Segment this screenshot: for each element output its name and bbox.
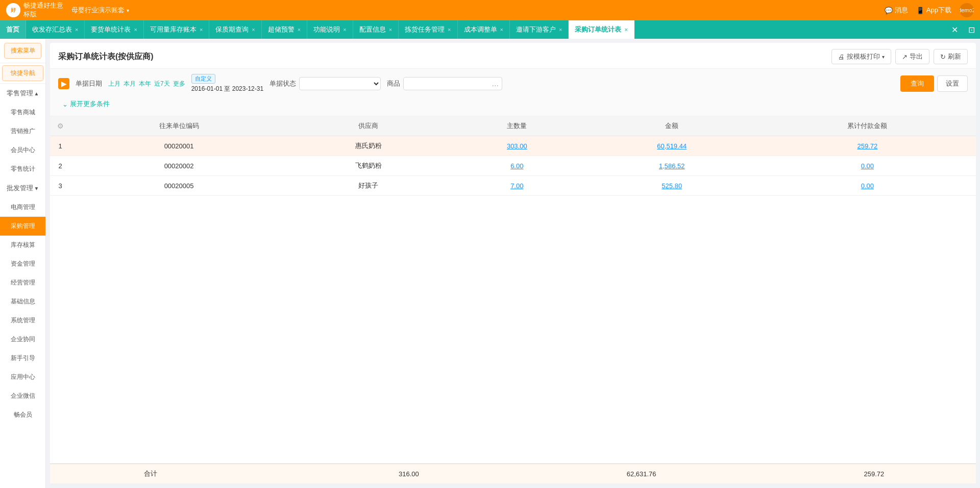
tab-chengben[interactable]: 成本调整单 × [458, 20, 510, 39]
sidebar-item-appcenter[interactable]: 应用中心 [0, 368, 45, 387]
row-code: 00020001 [70, 136, 287, 156]
row-paid[interactable]: 0.00 [759, 176, 976, 196]
sidebar-item-system[interactable]: 系统管理 [0, 311, 45, 330]
content-area: 采购订单统计表(按供应商) 🖨 按模板打印 ▾ ↗ 导出 ↻ 刷新 [46, 39, 980, 488]
tab-caigou-active[interactable]: 采购订单统计表 × [569, 20, 634, 39]
chevron-down-icon: ▾ [127, 8, 129, 13]
sidebar-item-inventory[interactable]: 库存核算 [0, 236, 45, 254]
tab-shoufacun[interactable]: 收发存汇总表 × [26, 20, 85, 39]
row-amount[interactable]: 1,586.52 [585, 156, 759, 176]
sidebar-item-member[interactable]: 会员中心 [0, 141, 45, 160]
shortcut-this-year[interactable]: 本年 [139, 80, 151, 88]
shortcut-last-month[interactable]: 上月 [108, 80, 120, 88]
th-code: 往来单位编码 [70, 116, 287, 136]
print-button[interactable]: 🖨 按模板打印 ▾ [831, 49, 891, 64]
top-bar-right: 💬 消息 📱 App下载 demo2 [885, 3, 974, 17]
close-icon[interactable]: × [200, 27, 203, 33]
row-qty[interactable]: 7.00 [449, 176, 585, 196]
chevron-icon: ▲ [34, 91, 39, 96]
workspace-selector[interactable]: 母婴行业演示账套 ▾ [67, 4, 133, 16]
close-icon[interactable]: × [559, 27, 562, 33]
tab-peizhi[interactable]: 配置信息 × [353, 20, 399, 39]
tab-yaohuo[interactable]: 要货单统计表 × [85, 20, 143, 39]
refresh-button[interactable]: ↻ 刷新 [934, 49, 968, 64]
close-icon[interactable]: × [624, 27, 627, 33]
shortcut-7days[interactable]: 近7天 [154, 80, 170, 88]
sidebar-item-retail-stats[interactable]: 零售统计 [0, 160, 45, 178]
footer-amount: 62,631.76 [510, 464, 772, 484]
filter-expand-button[interactable]: ▶ [58, 78, 69, 89]
print-icon: 🖨 [838, 53, 845, 61]
close-icon[interactable]: × [448, 27, 451, 33]
sidebar-item-member2[interactable]: 畅会员 [0, 405, 45, 424]
row-qty[interactable]: 303.00 [449, 136, 585, 156]
gear-icon[interactable]: ⚙ [57, 122, 64, 130]
tab-jianhuo[interactable]: 拣货任务管理 × [399, 20, 457, 39]
top-bar-left: 好 畅捷通好生意 标版 母婴行业演示账套 ▾ [6, 2, 133, 19]
sidebar-item-basic-info[interactable]: 基础信息 [0, 292, 45, 311]
status-select[interactable] [299, 77, 381, 90]
row-amount[interactable]: 60,519.44 [585, 136, 759, 156]
message-button[interactable]: 💬 消息 [885, 6, 908, 15]
footer-qty: 316.00 [307, 464, 510, 484]
shortcut-more[interactable]: 更多 [173, 80, 185, 88]
sidebar-item-operations[interactable]: 经营管理 [0, 273, 45, 292]
sidebar-item-finance[interactable]: 资金管理 [0, 254, 45, 273]
logo-area: 好 畅捷通好生意 标版 [6, 2, 63, 19]
tab-chaochuyujing[interactable]: 超储预警 × [262, 20, 307, 39]
export-button[interactable]: ↗ 导出 [895, 49, 929, 64]
filter-row-extra: ⌄ 展开更多条件 [58, 97, 968, 111]
close-icon[interactable]: × [298, 27, 301, 33]
th-paid: 累计付款金额 [759, 116, 976, 136]
chevron-icon: ▼ [34, 186, 39, 191]
sidebar-item-enterprise[interactable]: 企业协同 [0, 330, 45, 349]
query-button[interactable]: 查询 [900, 75, 934, 92]
close-icon[interactable]: × [389, 27, 392, 33]
row-paid[interactable]: 0.00 [759, 156, 976, 176]
quick-nav-button[interactable]: 快捷导航 [2, 65, 43, 81]
sidebar-item-purchase[interactable]: 采购管理 [0, 217, 45, 236]
close-icon[interactable]: × [500, 27, 503, 33]
sidebar-item-marketing[interactable]: 营销推广 [0, 122, 45, 141]
expand-more-button[interactable]: ⌄ 展开更多条件 [58, 97, 968, 111]
tab-home[interactable]: 首页 [0, 20, 26, 39]
goods-input[interactable] [404, 78, 488, 89]
footer-label: 合计 [70, 464, 230, 484]
table-row: 3 00020005 好孩子 7.00 525.80 0.00 [50, 176, 976, 196]
app-download-button[interactable]: 📱 App下载 [916, 6, 951, 15]
sidebar-item-ecommerce[interactable]: 电商管理 [0, 198, 45, 217]
th-amount: 金额 [585, 116, 759, 136]
sidebar-item-newbie[interactable]: 新手引导 [0, 349, 45, 368]
close-icon[interactable]: × [252, 27, 255, 33]
tab-baozhi[interactable]: 保质期查询 × [209, 20, 261, 39]
tab-gongneng[interactable]: 功能说明 × [307, 20, 353, 39]
sidebar-item-retail-mgmt[interactable]: 零售管理▲ [0, 84, 45, 103]
shortcut-this-month[interactable]: 本月 [124, 80, 136, 88]
data-table: ⚙ 往来单位编码 供应商 主数量 金额 累计付款金额 1 00020001 惠氏… [50, 116, 976, 196]
tab-keyongliang[interactable]: 可用量库存账本 × [144, 20, 209, 39]
close-icon[interactable]: × [75, 27, 78, 33]
row-seq: 1 [50, 136, 70, 156]
sidebar-item-retail-shop[interactable]: 零售商城 [0, 103, 45, 122]
filter-row-main: ▶ 单据日期 上月 本月 本年 近7天 更多 自定义 2016-01-01 至 … [58, 74, 968, 93]
row-paid[interactable]: 259.72 [759, 136, 976, 156]
settings-button[interactable]: 设置 [937, 75, 968, 92]
search-menu-button[interactable]: 搜索菜单 [4, 43, 41, 59]
close-icon[interactable]: × [343, 27, 346, 33]
user-avatar[interactable]: demo2 [960, 3, 974, 17]
tab-yaoqing[interactable]: 邀请下游客户 × [510, 20, 569, 39]
close-icon[interactable]: × [134, 27, 137, 33]
page-header-actions: 🖨 按模板打印 ▾ ↗ 导出 ↻ 刷新 [831, 49, 968, 64]
close-tab-button[interactable]: ✕ [946, 20, 963, 39]
message-icon: 💬 [885, 7, 893, 14]
sidebar-item-wechat[interactable]: 企业微信 [0, 387, 45, 405]
row-qty[interactable]: 6.00 [449, 156, 585, 176]
more-icon[interactable]: … [488, 78, 502, 90]
filter-area: ▶ 单据日期 上月 本月 本年 近7天 更多 自定义 2016-01-01 至 … [50, 69, 976, 116]
row-amount[interactable]: 525.80 [585, 176, 759, 196]
restore-tab-button[interactable]: ⊡ [963, 20, 980, 39]
sidebar-item-wholesale[interactable]: 批发管理▼ [0, 178, 45, 198]
date-shortcuts: 上月 本月 本年 近7天 更多 [108, 80, 185, 88]
date-label: 单据日期 [76, 79, 102, 88]
app-icon: 📱 [916, 7, 924, 14]
